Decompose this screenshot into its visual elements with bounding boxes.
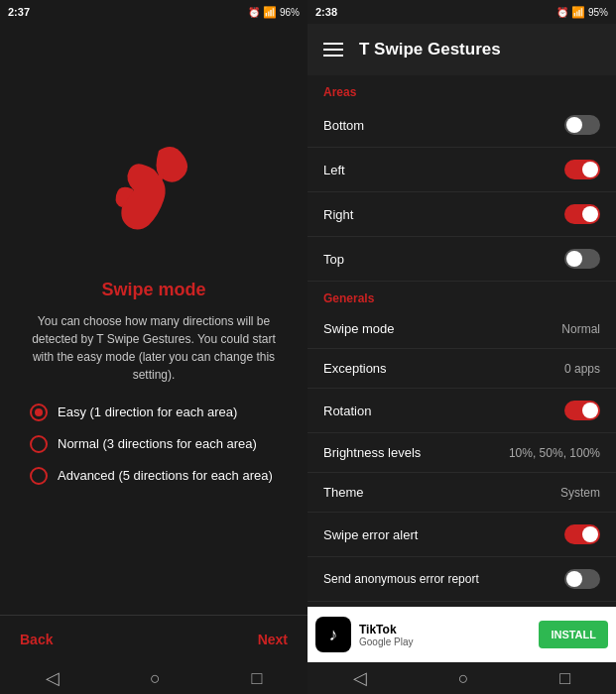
radio-normal[interactable]: Normal (3 directions for each area) — [30, 435, 278, 453]
toggle-send-error-report[interactable] — [564, 569, 600, 589]
recents-gesture-icon-right[interactable]: □ — [559, 668, 570, 689]
toggle-left[interactable] — [564, 160, 600, 179]
setting-rotation[interactable]: Rotation — [308, 389, 616, 433]
setting-brightness-value: 10%, 50%, 100% — [509, 446, 600, 460]
left-gesture-bar: ◁ ○ □ — [0, 662, 308, 694]
left-content: Swipe mode You can choose how many direc… — [0, 24, 308, 615]
left-status-icons: ⏰ 📶 96% — [248, 6, 300, 19]
radio-advanced-label: Advanced (5 directions for each area) — [58, 468, 273, 483]
setting-bottom[interactable]: Bottom — [308, 103, 616, 148]
radio-advanced[interactable]: Advanced (5 directions for each area) — [30, 467, 278, 485]
left-time: 2:37 — [8, 6, 30, 18]
battery-icon: 96% — [280, 7, 300, 18]
tiktok-logo: ♪ — [315, 617, 351, 652]
battery-icon-right: 95% — [588, 7, 608, 18]
setting-send-error-report[interactable]: Send anonymous error report — [308, 557, 616, 602]
right-status-bar: 2:38 ⏰ 📶 95% — [308, 0, 616, 24]
section-areas-header: Areas — [308, 75, 616, 103]
setting-bottom-label: Bottom — [323, 118, 364, 133]
radio-group: Easy (1 direction for each area) Normal … — [20, 404, 288, 499]
alarm-icon: ⏰ — [248, 7, 260, 18]
install-button[interactable]: INSTALL — [539, 621, 608, 648]
home-gesture-icon[interactable]: ○ — [150, 668, 161, 689]
toggle-rotation[interactable] — [564, 401, 600, 420]
next-button[interactable]: Next — [258, 632, 288, 647]
radio-easy[interactable]: Easy (1 direction for each area) — [30, 404, 278, 421]
toggle-right[interactable] — [564, 204, 600, 224]
setting-exceptions-label: Exceptions — [323, 361, 387, 376]
ad-text-area: TikTok Google Play — [359, 623, 531, 647]
radio-easy-label: Easy (1 direction for each area) — [58, 405, 237, 419]
setting-theme[interactable]: Theme System — [308, 473, 616, 513]
recents-gesture-icon[interactable]: □ — [251, 668, 262, 689]
left-status-bar: 2:37 ⏰ 📶 96% — [0, 0, 308, 24]
setting-swipe-error-alert-label: Swipe error alert — [323, 527, 418, 542]
toggle-top[interactable] — [564, 249, 600, 269]
setting-swipe-error-alert[interactable]: Swipe error alert — [308, 513, 616, 557]
toggle-bottom[interactable] — [564, 115, 600, 135]
hamburger-menu-icon[interactable] — [323, 43, 343, 57]
setting-top[interactable]: Top — [308, 237, 616, 282]
right-gesture-bar: ◁ ○ □ — [308, 662, 616, 694]
setting-theme-value: System — [560, 486, 600, 500]
setting-top-label: Top — [323, 252, 344, 267]
left-bottom-nav: Back Next — [0, 615, 308, 662]
setting-rotation-label: Rotation — [323, 404, 371, 418]
radio-normal-label: Normal (3 directions for each area) — [58, 436, 257, 451]
settings-scroll: Areas Bottom Left Right Top Generals Swi… — [308, 75, 616, 607]
back-gesture-icon-right[interactable]: ◁ — [353, 667, 367, 689]
setting-brightness[interactable]: Brightness levels 10%, 50%, 100% — [308, 433, 616, 473]
toggle-swipe-error-alert[interactable] — [564, 524, 600, 544]
setting-swipe-mode[interactable]: Swipe mode Normal — [308, 309, 616, 349]
setting-left-label: Left — [323, 163, 345, 177]
right-header: T Swipe Gestures — [308, 24, 616, 75]
setting-left[interactable]: Left — [308, 148, 616, 192]
back-gesture-icon[interactable]: ◁ — [46, 667, 60, 689]
setting-right-label: Right — [323, 207, 353, 222]
setting-brightness-label: Brightness levels — [323, 445, 421, 460]
setting-swipe-mode-label: Swipe mode — [323, 321, 395, 336]
right-time: 2:38 — [315, 6, 337, 18]
ad-app-name: TikTok — [359, 623, 531, 636]
home-gesture-icon-right[interactable]: ○ — [458, 668, 469, 689]
right-status-icons: ⏰ 📶 95% — [556, 6, 608, 19]
gesture-icon-area — [94, 141, 213, 260]
swipe-mode-title: Swipe mode — [101, 280, 205, 300]
setting-right[interactable]: Right — [308, 192, 616, 237]
alarm-icon-right: ⏰ — [556, 7, 568, 18]
right-panel: 2:38 ⏰ 📶 95% T Swipe Gestures Areas Bott… — [308, 0, 616, 694]
setting-exceptions-value: 0 apps — [564, 362, 600, 376]
setting-send-error-report-label: Send anonymous error report — [323, 572, 479, 586]
section-generals-header: Generals — [308, 282, 616, 309]
wifi-icon-right: 📶 — [571, 6, 585, 19]
right-header-title: T Swipe Gestures — [359, 40, 501, 59]
radio-easy-circle[interactable] — [30, 404, 48, 421]
ad-store: Google Play — [359, 636, 531, 647]
radio-normal-circle[interactable] — [30, 435, 48, 453]
setting-exceptions[interactable]: Exceptions 0 apps — [308, 349, 616, 389]
setting-swipe-mode-value: Normal — [561, 322, 600, 336]
ad-bar[interactable]: ♪ TikTok Google Play INSTALL — [308, 607, 616, 662]
back-button[interactable]: Back — [20, 632, 53, 647]
wifi-icon: 📶 — [263, 6, 277, 19]
swipe-mode-description: You can choose how many directions will … — [20, 312, 288, 384]
gesture-svg — [104, 146, 203, 255]
left-panel: 2:37 ⏰ 📶 96% — [0, 0, 308, 694]
setting-theme-label: Theme — [323, 485, 363, 500]
radio-advanced-circle[interactable] — [30, 467, 48, 485]
